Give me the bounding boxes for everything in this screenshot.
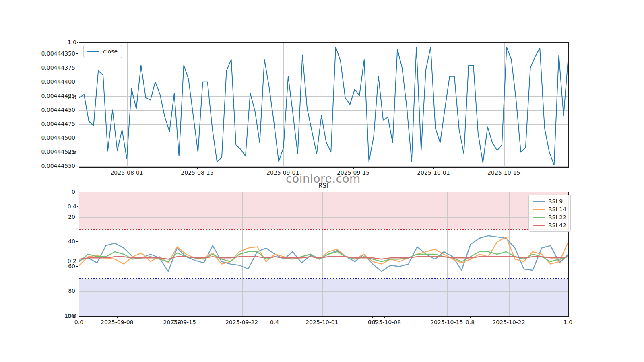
price-chart-plot-area <box>79 42 569 168</box>
overlay-x-tick-label: 0.4 <box>270 319 279 325</box>
rsi9-legend-label: RSI 9 <box>548 198 563 204</box>
rsi-x-tick-label: 2025-10-15 <box>430 319 463 325</box>
rsi22-line-swatch <box>533 217 545 218</box>
price-x-tick-label: 2025-08-01 <box>110 169 143 176</box>
rsi-y-tick-label: 60 <box>68 263 75 269</box>
rsi-legend-row: RSI 22 <box>533 213 566 221</box>
price-y-tick <box>76 124 78 124</box>
rsi-legend-row: RSI 14 <box>533 205 566 213</box>
price-y-tick-label: 0.00444350 <box>41 50 75 57</box>
rsi-y-tick-label: 20 <box>68 214 75 220</box>
price-legend: close <box>83 45 122 58</box>
price-legend-label: close <box>103 49 118 54</box>
price-y-tick-label: 0.00444550 <box>41 162 75 169</box>
rsi-x-tick <box>509 316 509 318</box>
price-y-tick <box>76 96 78 96</box>
rsi-y-tick <box>76 192 78 192</box>
rsi-x-tick <box>180 316 180 318</box>
price-y-tick <box>76 138 78 138</box>
price-y-tick <box>76 82 78 82</box>
overlay-x-tick <box>275 316 275 318</box>
price-x-tick-label: 2025-08-15 <box>181 169 213 176</box>
rsi9-line-swatch <box>533 201 545 202</box>
rsi-y-tick <box>76 291 78 291</box>
rsi-x-tick <box>447 316 447 318</box>
rsi-legend-row: RSI 42 <box>533 221 566 229</box>
rsi42-legend-label: RSI 42 <box>548 222 566 228</box>
price-y-tick <box>76 110 78 110</box>
rsi42-line-swatch <box>533 225 545 226</box>
overlay-x-tick <box>372 316 373 318</box>
rsi-x-tick <box>117 316 118 318</box>
overlay-y-tick-label: 0.8 <box>68 94 76 100</box>
rsi-y-tick-label: 40 <box>68 238 75 245</box>
rsi-x-tick-label: 2025-10-08 <box>368 319 401 325</box>
chart-line <box>79 47 568 165</box>
overlay-x-tick <box>79 316 79 318</box>
rsi-legend-row: RSI 9 <box>533 197 566 205</box>
rsi-y-tick-label: 100 <box>64 313 75 319</box>
figure-canvas: close coinlore.com RSI RSI 9 RSI 14 RSI … <box>0 0 644 362</box>
overlay-y-tick-label: 1.0 <box>68 39 76 45</box>
overlay-y-tick <box>77 206 78 207</box>
rsi-chart-plot-area <box>79 192 569 317</box>
rsi-legend: RSI 9 RSI 14 RSI 22 RSI 42 <box>528 195 571 232</box>
rsi14-line-swatch <box>533 209 545 210</box>
rsi-x-tick-label: 2025-10-01 <box>305 319 338 325</box>
rsi-x-tick-label: 2025-09-08 <box>101 319 133 325</box>
price-y-tick <box>76 166 78 166</box>
price-x-tick-label: 2025-10-01 <box>417 169 450 176</box>
price-legend-row: close <box>87 47 118 56</box>
overlay-x-tick <box>568 316 568 318</box>
rsi-x-tick <box>384 316 385 318</box>
rsi22-legend-label: RSI 22 <box>548 214 566 220</box>
overlay-y-tick <box>77 97 78 97</box>
price-y-tick <box>76 68 78 68</box>
overlay-y-tick <box>77 42 78 43</box>
rsi-y-tick-label: 80 <box>68 288 75 294</box>
price-y-tick-label: 0.00444400 <box>41 78 75 85</box>
overlay-y-tick <box>77 261 78 261</box>
chart-line <box>79 237 568 265</box>
chart-lines-svg <box>79 192 568 316</box>
overlay-x-tick <box>470 316 471 318</box>
overlay-y-tick <box>77 152 78 152</box>
rsi-x-tick-label: 2025-09-15 <box>163 319 196 325</box>
rsi-y-tick <box>76 316 78 316</box>
price-y-tick-label: 0.00444500 <box>41 134 75 141</box>
rsi-x-tick <box>322 316 322 318</box>
rsi-y-tick <box>76 217 78 217</box>
rsi14-legend-label: RSI 14 <box>548 206 566 212</box>
overlay-x-tick-label: 0.8 <box>466 319 475 325</box>
overlay-x-tick-label: 0.0 <box>74 319 83 325</box>
chart-lines-svg <box>79 43 568 167</box>
close-line-swatch <box>87 51 99 52</box>
rsi-y-tick <box>76 266 78 267</box>
rsi-y-tick-label: 0 <box>72 189 75 195</box>
overlay-x-tick-label: 1.0 <box>564 319 572 325</box>
rsi-chart-title: RSI <box>318 182 328 189</box>
price-y-tick-label: 0.00444450 <box>41 107 75 113</box>
rsi-x-tick-label: 2025-10-22 <box>492 319 525 325</box>
overlay-y-tick-label: 0.4 <box>68 203 76 210</box>
price-y-tick <box>76 53 78 54</box>
overlay-y-tick-label: 0.6 <box>68 148 76 155</box>
price-y-tick-label: 0.00444375 <box>41 64 75 71</box>
overlay-x-tick <box>177 316 177 318</box>
price-y-tick-label: 0.00444475 <box>41 121 75 127</box>
price-x-tick-label: 2025-10-15 <box>487 169 520 176</box>
rsi-x-tick-label: 2025-09-22 <box>225 319 258 325</box>
rsi-x-tick <box>242 316 242 318</box>
rsi-y-tick <box>76 241 78 242</box>
